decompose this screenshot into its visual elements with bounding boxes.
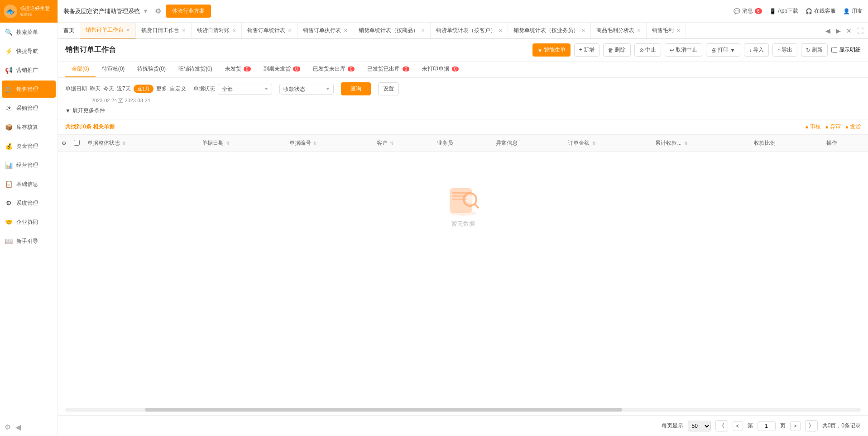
th-settings[interactable]: ⚙ — [58, 135, 70, 152]
tab-close-all[interactable]: ✕ — [844, 26, 854, 35]
collapse-btn[interactable]: ◀ — [15, 423, 21, 431]
solution-btn[interactable]: 体验行业方案 — [166, 5, 211, 18]
tab-sales-margin[interactable]: 销售毛利 ✕ — [647, 23, 686, 39]
sidebar-item-quicknav[interactable]: ⚡ 快捷导航 — [0, 42, 58, 61]
sidebar-item-search[interactable]: 🔍 搜索菜单 — [0, 23, 58, 42]
date-opt-more[interactable]: 更多 — [156, 85, 167, 93]
expand-filter-btn[interactable]: ▼ 展开更多条件 — [65, 107, 861, 114]
prev-page-btn[interactable]: < — [733, 421, 743, 431]
th-checkbox[interactable] — [70, 135, 84, 152]
subtab-wangpu-ship[interactable]: 旺铺待发货(0) — [172, 62, 219, 77]
tab-order-exec[interactable]: 销售订单执行表 ✕ — [297, 23, 353, 39]
inventory-icon: 📦 — [5, 123, 13, 131]
first-page-btn[interactable]: 《 — [715, 420, 728, 431]
tab-sales-order-close[interactable]: ✕ — [126, 28, 130, 33]
user-item[interactable]: 👤 用友 — [843, 7, 863, 15]
import-btn[interactable]: ↓ 导入 — [744, 43, 769, 57]
tab-cash-reconcile-close[interactable]: ✕ — [232, 28, 236, 33]
status-select[interactable]: 全部 — [218, 84, 272, 95]
show-detail-label[interactable]: 显示明细 — [831, 46, 861, 54]
settings-filter-btn[interactable]: 设置 — [378, 82, 399, 95]
review-action[interactable]: ● 审核 — [805, 123, 820, 131]
sidebar-item-purchase-label: 采购管理 — [16, 104, 38, 112]
tab-salesperson-stats-close[interactable]: ✕ — [581, 28, 585, 33]
th-status[interactable]: 单据整体状态 ⇅ — [84, 135, 198, 152]
print-btn[interactable]: 🖨 打印 ▼ — [706, 43, 740, 57]
tab-margin-analysis-close[interactable]: ✕ — [637, 28, 641, 33]
settings-btn[interactable]: ⚙ — [5, 423, 11, 431]
tab-customer-stats-close[interactable]: ✕ — [499, 28, 502, 33]
date-opt-custom[interactable]: 自定义 — [170, 85, 186, 93]
subtab-shipped-not-out[interactable]: 已发货未出库 0 — [307, 62, 361, 77]
th-amount[interactable]: 订单金额 ⇅ — [564, 135, 652, 152]
sidebar-item-sales[interactable]: 🛒 销售管理 — [2, 81, 56, 98]
app-download-item[interactable]: 📱 App下载 — [769, 7, 798, 15]
export-btn[interactable]: ↑ 导出 — [772, 43, 797, 57]
subtab-overdue-not-shipped[interactable]: 到期未发货 0 — [257, 62, 307, 77]
cancel-stop-btn[interactable]: ↩ 取消中止 — [665, 43, 702, 57]
subtab-not-shipped[interactable]: 未发货 0 — [219, 62, 257, 77]
subtab-all[interactable]: 全部(0) — [65, 62, 96, 77]
tab-cash-daily[interactable]: 钱货日清工作台 ✕ — [136, 23, 192, 39]
scrollbar-thumb[interactable] — [145, 408, 622, 412]
tab-sales-order[interactable]: 销售订单工作台 ✕ — [80, 23, 136, 39]
online-service-item[interactable]: 🎧 在线客服 — [806, 7, 836, 15]
empty-state-row: 暂无数据 — [58, 152, 868, 256]
new-btn[interactable]: + 新增 — [574, 43, 599, 57]
query-btn[interactable]: 查询 — [341, 82, 371, 95]
tab-sales-margin-close[interactable]: ✕ — [676, 28, 680, 33]
th-customer[interactable]: 客户 ⇅ — [373, 135, 433, 152]
date-opt-7days[interactable]: 近7天 — [117, 85, 131, 93]
next-page-btn[interactable]: > — [790, 421, 801, 431]
tab-customer-stats[interactable]: 销货单统计表（按客户） ✕ — [431, 23, 508, 39]
stop-btn[interactable]: ⊘ 中止 — [634, 43, 661, 57]
th-collected[interactable]: 累计收款... ⇅ — [652, 135, 750, 152]
system-name-arrow[interactable]: ▼ — [143, 8, 149, 14]
tab-goods-stats[interactable]: 销货单统计表（按商品） ✕ — [353, 23, 431, 39]
tab-fullscreen[interactable]: ⛶ — [855, 26, 865, 35]
tab-salesperson-stats[interactable]: 销货单统计表（按业务员） ✕ — [508, 23, 591, 39]
subtab-pending-inspect[interactable]: 待拣验货(0) — [131, 62, 172, 77]
horizontal-scrollbar[interactable] — [58, 404, 868, 415]
smart-create-btn[interactable]: ★ 智能生单 — [532, 43, 571, 57]
show-detail-checkbox[interactable] — [831, 47, 837, 53]
sidebar-item-system[interactable]: ⚙ 系统管理 — [0, 194, 58, 213]
date-opt-today[interactable]: 今天 — [103, 85, 114, 93]
tab-order-exec-close[interactable]: ✕ — [344, 28, 347, 33]
subtab-not-printed[interactable]: 未打印单据 0 — [416, 62, 465, 77]
tab-cash-daily-close[interactable]: ✕ — [182, 28, 186, 33]
cancel-review-action[interactable]: ● 弃审 — [825, 123, 841, 131]
sidebar-item-newuser[interactable]: 📖 新手引导 — [0, 232, 58, 251]
sidebar-item-marketing[interactable]: 📢 营销推广 — [0, 61, 58, 80]
ship-action[interactable]: ● 发货 — [845, 123, 861, 131]
tab-nav-next[interactable]: ▶ — [834, 26, 843, 35]
page-size-select[interactable]: 10 20 50 100 — [688, 421, 711, 431]
payment-select[interactable]: 收款状态 — [279, 84, 334, 95]
tab-goods-stats-close[interactable]: ✕ — [421, 28, 425, 33]
sidebar-item-finance[interactable]: 💰 资金管理 — [0, 137, 58, 156]
msg-item[interactable]: 💬 消息 6 — [734, 7, 762, 15]
subtab-pending-review[interactable]: 待审核(0) — [96, 62, 131, 77]
tab-order-stats-close[interactable]: ✕ — [288, 28, 292, 33]
delete-btn[interactable]: 🗑 删除 — [603, 43, 631, 57]
th-number[interactable]: 单据编号 ⇅ — [286, 135, 373, 152]
page-input[interactable] — [758, 421, 776, 431]
tab-cash-reconcile[interactable]: 钱货日清对账 ✕ — [192, 23, 242, 39]
sidebar-item-purchase[interactable]: 🛍 采购管理 — [0, 99, 58, 118]
refresh-btn[interactable]: ↻ 刷新 — [801, 43, 828, 57]
sidebar-item-inventory[interactable]: 📦 库存核算 — [0, 118, 58, 137]
subtab-shipped-out[interactable]: 已发货已出库 0 — [361, 62, 416, 77]
tab-order-stats[interactable]: 销售订单统计表 ✕ — [242, 23, 297, 39]
date-opt-yesterday[interactable]: 昨天 — [90, 85, 101, 93]
tab-nav-prev[interactable]: ◀ — [824, 26, 832, 35]
date-opt-1month[interactable]: 近1月 — [134, 85, 153, 93]
sidebar-item-management[interactable]: 📊 经营管理 — [0, 156, 58, 175]
tab-home[interactable]: 首页 — [58, 23, 80, 39]
sidebar-item-basicinfo[interactable]: 📋 基础信息 — [0, 175, 58, 194]
sidebar-item-enterprise[interactable]: 🤝 企业协同 — [0, 213, 58, 232]
th-date[interactable]: 单据日期 ⇅ — [198, 135, 286, 152]
tab-margin-analysis[interactable]: 商品毛利分析表 ✕ — [591, 23, 647, 39]
last-page-btn[interactable]: 》 — [805, 420, 818, 431]
topbar-gear-icon[interactable]: ⚙ — [155, 7, 161, 15]
select-all-checkbox[interactable] — [74, 140, 80, 146]
